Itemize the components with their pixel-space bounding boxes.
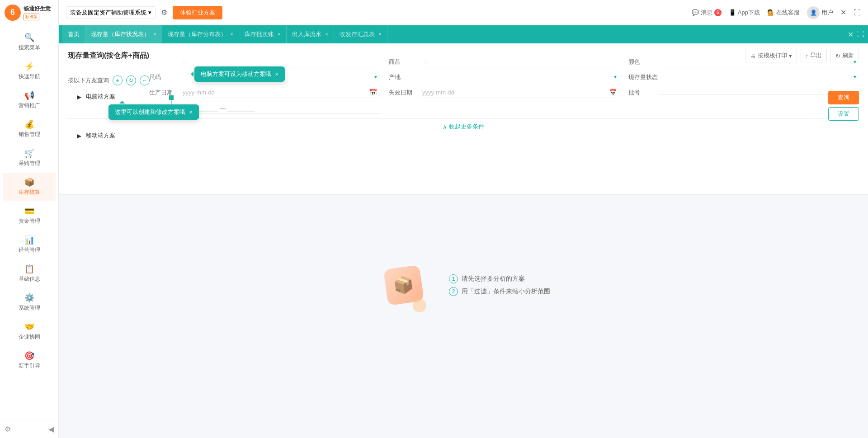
tooltip-close2-button[interactable]: × xyxy=(189,108,193,116)
message-button[interactable]: 💬 消息 6 xyxy=(692,9,722,17)
tab-close-icon[interactable]: × xyxy=(278,31,281,38)
stock-status-label: 现存量状态 xyxy=(628,73,658,81)
sidebar-item-label: 经营管理 xyxy=(19,246,40,254)
support-icon: 💁 xyxy=(767,9,774,16)
tab-close-icon[interactable]: × xyxy=(230,31,233,38)
sidebar-item-quicknav[interactable]: ⚡ 快速导航 xyxy=(3,57,56,85)
sidebar-item-finance[interactable]: 💳 资金管理 xyxy=(3,202,56,230)
collapse-label: 收起更多条件 xyxy=(449,122,484,131)
sidebar-item-search[interactable]: 🔍 搜索菜单 xyxy=(3,28,56,56)
sidebar-item-label: 库存核算 xyxy=(19,188,40,196)
calendar-icon[interactable]: 📅 xyxy=(609,89,617,96)
tab-home-label: 首页 xyxy=(68,30,80,38)
color-label: 颜色 xyxy=(628,58,656,66)
topbar-close-icon[interactable]: ✕ xyxy=(840,8,846,17)
sidebar-item-label: 系统管理 xyxy=(19,304,40,312)
message-icon: 💬 xyxy=(692,9,699,16)
tab-inventory-status[interactable]: 现存量（库存状况表） × xyxy=(85,25,162,43)
sidebar-item-purchase[interactable]: 🛒 采购管理 xyxy=(3,144,56,172)
filter-add-button[interactable]: + xyxy=(113,75,123,85)
tab-close-icon[interactable]: × xyxy=(325,31,328,38)
tab-inventory-dist[interactable]: 现存量（库存分布表） × xyxy=(162,25,239,43)
logo-icon: 6 xyxy=(5,5,21,21)
user-label: 用户 xyxy=(821,9,833,17)
filter-row-produce-date: 生产日期 yyyy-mm-dd 📅 xyxy=(149,87,380,98)
sidebar-item-enterprise[interactable]: 🤝 企业协同 xyxy=(3,317,56,345)
empty-steps: 1 请先选择要分析的方案 2 用「过滤」条件来缩小分析范围 xyxy=(449,274,550,296)
sidebar-item-inventory[interactable]: 📦 库存核算 xyxy=(3,173,56,201)
system-selector[interactable]: 装备及固定资产辅助管理系统 ▾ xyxy=(66,6,156,19)
tooltip-text: 这里可以创建和修改方案哦 xyxy=(115,108,185,116)
user-menu-button[interactable]: 👤 用户 xyxy=(807,6,833,19)
finance-icon: 💳 xyxy=(24,206,34,216)
logo-area: 6 畅通好生意 标准版 xyxy=(0,0,58,25)
app-icon: 📱 xyxy=(729,9,736,16)
step-1-text: 请先选择要分析的方案 xyxy=(462,275,525,283)
reset-button[interactable]: 设置 xyxy=(828,107,859,121)
warehouse-input[interactable]: ··· xyxy=(180,57,380,67)
tab-inout-flow[interactable]: 出入库流水 × xyxy=(287,25,334,43)
empty-state: 📦 1 请先选择要分析的方案 2 用「过滤」条件来缩小分析范围 xyxy=(377,258,550,312)
purchase-icon: 🛒 xyxy=(24,148,34,158)
content-body: 📦 1 请先选择要分析的方案 2 用「过滤」条件来缩小分析范围 xyxy=(59,195,868,376)
produce-date-input[interactable]: yyyy-mm-dd 📅 xyxy=(180,87,380,98)
tab-expand-buttons: ✕ ⛶ xyxy=(848,30,864,39)
tab-batch-account[interactable]: 库存批次账 × xyxy=(239,25,287,43)
tabbar: 首页 现存量（库存状况表） × 现存量（库存分布表） × 库存批次账 × 出入库… xyxy=(59,25,868,43)
sidebar-item-marketing[interactable]: 📢 营销推广 xyxy=(3,86,56,114)
color-select[interactable]: ▾ xyxy=(659,57,859,67)
filter-refresh-button[interactable]: ↻ xyxy=(126,75,136,85)
tab-close-icon[interactable]: × xyxy=(153,31,156,38)
sidebar-item-system[interactable]: ⚙️ 系统管理 xyxy=(3,288,56,316)
dots-icon: ··· xyxy=(422,58,427,65)
tab-receive-summary[interactable]: 收发存汇总表 × xyxy=(334,25,387,43)
tab-close-all-icon[interactable]: ✕ xyxy=(848,30,854,39)
app-download-button[interactable]: 📱 App下载 xyxy=(729,9,760,17)
avatar: 👤 xyxy=(807,6,820,19)
expire-date-input[interactable]: yyyy-mm-dd 📅 xyxy=(420,87,619,98)
goods-input[interactable]: ··· xyxy=(420,57,619,67)
chevron-down-icon: ▾ xyxy=(374,74,377,80)
origin-select[interactable]: ▾ xyxy=(420,72,619,82)
industry-plan-button[interactable]: 体验行业方案 xyxy=(173,6,222,19)
sidebar-item-guide[interactable]: 🎯 新手引导 xyxy=(3,346,56,374)
collapse-button[interactable]: ∧ 收起更多条件 xyxy=(68,119,859,134)
stock-status-select[interactable]: ▾ xyxy=(661,72,859,82)
filter-row-origin: 产地 ▾ xyxy=(389,72,619,82)
filter-actions: 查询 设置 xyxy=(828,91,859,121)
topbar-expand-icon[interactable]: ⛶ xyxy=(854,9,861,17)
inventory-icon: 📦 xyxy=(24,177,34,187)
collapse-arrow-icon: ∧ xyxy=(443,123,447,130)
chevron-down-icon: ▾ xyxy=(854,59,856,65)
online-support-button[interactable]: 💁 在线客服 xyxy=(767,9,800,17)
topbar-gear-button[interactable]: ⚙ xyxy=(161,8,167,17)
calendar-icon[interactable]: 📅 xyxy=(369,89,377,96)
sidebar-item-label: 基础信息 xyxy=(19,275,40,283)
chevron-down-icon: ▾ xyxy=(854,74,856,80)
tab-fullscreen-icon[interactable]: ⛶ xyxy=(857,30,864,38)
tab-inventory-status-label: 现存量（库存状况表） xyxy=(91,30,150,38)
mobile-scheme-label: 移动端方案 xyxy=(86,132,115,140)
sidebar-item-label: 采购管理 xyxy=(19,160,40,167)
search-button[interactable]: 查询 xyxy=(828,91,859,104)
enterprise-icon: 🤝 xyxy=(24,322,34,332)
tooltip-close-button[interactable]: × xyxy=(275,71,278,78)
chevron-down-icon: ▾ xyxy=(614,74,617,80)
sidebar-item-basic[interactable]: 📋 基础信息 xyxy=(3,259,56,287)
sidebar-settings-button[interactable]: ⚙ xyxy=(5,425,11,433)
sidebar-item-operations[interactable]: 📊 经营管理 xyxy=(3,231,56,259)
sidebar-item-label: 销售管理 xyxy=(19,131,40,138)
sidebar-collapse-button[interactable]: ◀ xyxy=(48,425,54,433)
tab-close-icon[interactable]: × xyxy=(378,31,382,38)
operations-icon: 📊 xyxy=(24,235,34,245)
filter-arrow-button[interactable]: ← xyxy=(140,75,150,85)
step-2-text: 用「过滤」条件来缩小分析范围 xyxy=(462,287,550,296)
sidebar-item-label: 资金管理 xyxy=(19,217,40,225)
filter-area: 按以下方案查询 + ↻ ← 电脑方案可设为移动方案哦 × ▶ 电脑端方案 这里可… xyxy=(59,68,868,195)
sidebar-item-sales[interactable]: 💰 销售管理 xyxy=(3,115,56,143)
stock-max-input[interactable] xyxy=(227,104,255,112)
tab-home[interactable]: 首页 xyxy=(62,25,85,43)
page-title: 现存量查询(按仓库+商品) xyxy=(68,51,149,61)
sidebar-item-label: 企业协同 xyxy=(19,333,40,341)
tooltip-edit-scheme: 这里可以创建和修改方案哦 × xyxy=(108,104,199,120)
